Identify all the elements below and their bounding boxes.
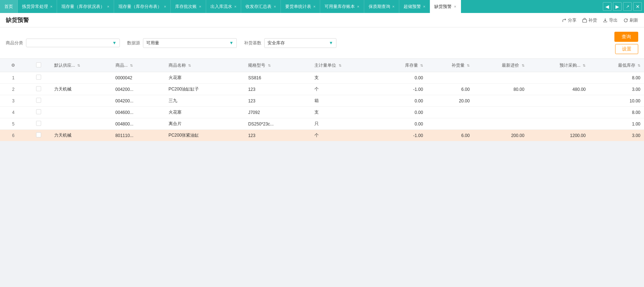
- tab-order-stats[interactable]: 要货单统计表 ×: [281, 0, 320, 13]
- tab-inout-flow[interactable]: 出入库流水 ×: [206, 0, 241, 13]
- cell-code: 004800...: [112, 118, 165, 130]
- table-row[interactable]: 6 力天机械 801110... PC200张紧油缸 123 个 -1.00 6…: [0, 130, 644, 141]
- sort-unit-icon[interactable]: ⇅: [339, 63, 341, 67]
- replenish-select[interactable]: 安全库存 ▼: [264, 38, 336, 48]
- cell-purchase: 480.00: [528, 84, 589, 95]
- cell-supplier: [51, 72, 112, 84]
- table-row[interactable]: 4 004600... 火花塞 J7092 支 0.00 8.00: [0, 107, 644, 118]
- close-tab-batch-account[interactable]: ×: [199, 4, 201, 9]
- table-row[interactable]: 3 004200... 三九 123 箱 0.00 20.00 10.00: [0, 95, 644, 107]
- sort-stock-icon[interactable]: ⇅: [420, 63, 423, 67]
- export-icon: [603, 18, 608, 23]
- sort-purchase-icon[interactable]: ⇅: [583, 63, 586, 67]
- cell-spec: 123: [244, 95, 311, 107]
- close-tab-inout-flow[interactable]: ×: [234, 4, 236, 9]
- tab-home[interactable]: 首页: [0, 0, 18, 13]
- refresh-button[interactable]: 刷新: [623, 17, 638, 23]
- replenish-icon: [582, 18, 587, 23]
- share-icon: [562, 18, 566, 23]
- cell-supplier: 力天机械: [51, 84, 112, 95]
- sort-spec-icon[interactable]: ⇅: [268, 63, 271, 67]
- replenish-button[interactable]: 补货: [582, 17, 597, 23]
- tab-expiry-query[interactable]: 保质期查询 ×: [364, 0, 399, 13]
- row-checkbox-0[interactable]: [36, 75, 41, 80]
- tab-shortage[interactable]: 缺货预警 ×: [430, 0, 461, 13]
- th-unit: 主计量单位 ⇅: [311, 59, 373, 72]
- tab-expand-button[interactable]: ↗: [623, 2, 632, 11]
- close-tab-abnormal[interactable]: ×: [50, 4, 52, 9]
- row-checkbox-3[interactable]: [36, 109, 41, 114]
- header-checkbox[interactable]: [36, 62, 41, 67]
- table-row[interactable]: 2 力天机械 004200... PC200油缸缸子 123 个 -1.00 6…: [0, 84, 644, 95]
- tab-available-ledger[interactable]: 可用量库存账本 ×: [320, 0, 364, 13]
- cell-unit: 箱: [311, 95, 373, 107]
- cell-minstock: 3.00: [589, 84, 644, 95]
- close-tab-recv-summary[interactable]: ×: [274, 4, 276, 9]
- cell-stock: 0.00: [374, 72, 427, 84]
- cell-unit: 个: [311, 84, 373, 95]
- cell-replenish: 6.00: [427, 130, 473, 141]
- page-title: 缺货预警: [6, 17, 29, 24]
- category-select[interactable]: ▼: [26, 39, 120, 47]
- cell-purchase: [528, 72, 589, 84]
- table-row[interactable]: 5 004800... 离合片 DS250*23c... 只 0.00 1.00: [0, 118, 644, 130]
- row-checkbox-2[interactable]: [36, 98, 41, 103]
- tab-batch-account[interactable]: 库存批次账 ×: [171, 0, 206, 13]
- cell-spec: 123: [244, 84, 311, 95]
- settings-button[interactable]: 设置: [615, 44, 638, 54]
- data-table: ⚙ 默认供应... ⇅ 商品... ⇅ 商品名称 ⇅: [0, 58, 644, 141]
- close-tab-overstock[interactable]: ×: [423, 4, 425, 9]
- gear-icon[interactable]: ⚙: [10, 62, 17, 69]
- close-tab-available-ledger[interactable]: ×: [357, 4, 359, 9]
- tab-recv-summary[interactable]: 收发存汇总表 ×: [241, 0, 280, 13]
- cell-minstock: 8.00: [589, 107, 644, 118]
- datasource-select[interactable]: 可用量 ▼: [143, 38, 237, 48]
- cell-spec: 123: [244, 130, 311, 141]
- sort-supplier-icon[interactable]: ⇅: [77, 63, 80, 67]
- tab-overstock[interactable]: 超储预警 ×: [399, 0, 430, 13]
- tab-stock-dist[interactable]: 现存量（库存分布表） ×: [114, 0, 171, 13]
- cell-name: PC200张紧油缸: [165, 130, 245, 141]
- main-content: 缺货预警 分享 补货 导出 刷新 商品分类: [0, 13, 644, 141]
- cell-supplier: [51, 95, 112, 107]
- header-actions: 分享 补货 导出 刷新: [562, 17, 638, 23]
- cell-supplier: [51, 118, 112, 130]
- table-row[interactable]: 1 0000042 火花塞 SS816 支 0.00 8.00: [0, 72, 644, 84]
- row-checkbox-1[interactable]: [36, 86, 41, 91]
- category-label: 商品分类: [6, 40, 23, 46]
- row-checkbox-5[interactable]: [36, 132, 41, 137]
- filter-bar: 商品分类 ▼ 数据源 可用量 ▼ 补货基数 安全库存 ▼ 查询 设置: [0, 27, 644, 58]
- sort-price-icon[interactable]: ⇅: [522, 63, 525, 67]
- close-tab-stock-status[interactable]: ×: [107, 4, 109, 9]
- th-supplier: 默认供应... ⇅: [51, 59, 112, 72]
- query-button[interactable]: 查询: [614, 32, 638, 42]
- row-checkbox-4[interactable]: [36, 121, 41, 126]
- tab-stock-status[interactable]: 现存量（库存状况表） ×: [57, 0, 114, 13]
- cell-purchase: 1200.00: [528, 130, 589, 141]
- close-tab-shortage[interactable]: ×: [454, 4, 456, 9]
- cell-replenish: [427, 107, 473, 118]
- tab-abnormal[interactable]: 拣货异常处理 ×: [18, 0, 57, 13]
- close-tab-expiry-query[interactable]: ×: [392, 4, 395, 9]
- close-tab-stock-dist[interactable]: ×: [164, 4, 166, 9]
- cell-code: 004200...: [112, 84, 165, 95]
- close-tab-order-stats[interactable]: ×: [313, 4, 316, 9]
- tab-next-button[interactable]: ▶: [613, 2, 622, 11]
- cell-name: 三九: [165, 95, 245, 107]
- tab-close-all-button[interactable]: ✕: [633, 2, 642, 11]
- th-check: [27, 59, 51, 72]
- cell-code: 004600...: [112, 107, 165, 118]
- sort-replenish-icon[interactable]: ⇅: [467, 63, 470, 67]
- tab-prev-button[interactable]: ◀: [603, 2, 612, 11]
- table-body: 1 0000042 火花塞 SS816 支 0.00 8.00 2 力天机械 0…: [0, 72, 644, 141]
- share-button[interactable]: 分享: [562, 17, 576, 23]
- sort-code-icon[interactable]: ⇅: [130, 63, 133, 67]
- sort-name-icon[interactable]: ⇅: [188, 63, 191, 67]
- cell-purchase: [528, 95, 589, 107]
- cell-minstock: 10.00: [589, 95, 644, 107]
- datasource-label: 数据源: [127, 40, 140, 46]
- cell-supplier: [51, 107, 112, 118]
- th-name: 商品名称 ⇅: [165, 59, 245, 72]
- export-button[interactable]: 导出: [603, 17, 618, 23]
- sort-minstock-icon[interactable]: ⇅: [638, 63, 640, 67]
